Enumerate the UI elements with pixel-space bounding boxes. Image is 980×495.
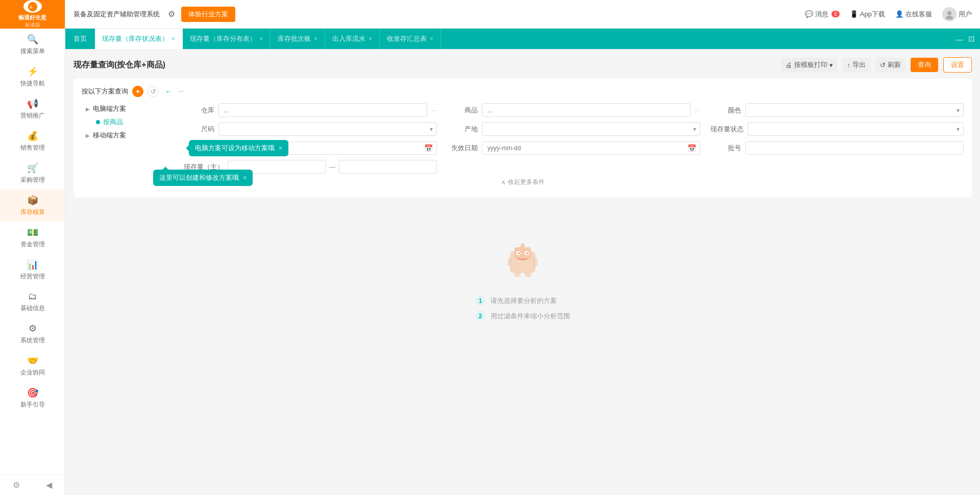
sidebar-item-sales[interactable]: 💰 销售管理 — [0, 125, 65, 157]
warehouse-more-icon[interactable]: ··· — [431, 106, 437, 114]
scheme-computer[interactable]: ▶ 电脑端方案 — [82, 102, 184, 115]
sidebar-item-enterprise[interactable]: 🤝 企业协同 — [0, 350, 65, 382]
tab-inventory-status[interactable]: 现存量（库存状况表） × — [95, 29, 183, 49]
origin-select[interactable] — [482, 122, 700, 136]
export-icon: ↑ — [847, 61, 851, 69]
finance-icon: 💵 — [27, 227, 38, 238]
query-btn[interactable]: 查询 — [911, 58, 938, 72]
svg-text:6: 6 — [30, 4, 32, 9]
batch-no-input[interactable] — [745, 141, 964, 155]
sidebar-item-operations[interactable]: 📊 经营管理 — [0, 254, 65, 286]
sales-icon: 💰 — [27, 130, 38, 142]
window-minimize-icon[interactable]: — — [955, 35, 963, 43]
sidebar-collapse-btn[interactable]: ◀ — [46, 480, 52, 490]
collapse-label: 收起更多条件 — [508, 178, 545, 186]
collapse-arrow-icon: ∧ — [501, 179, 506, 186]
refresh-btn[interactable]: ↺ 刷新 — [875, 58, 905, 72]
stock-status-select[interactable] — [748, 122, 964, 136]
notice-btn[interactable]: 💬 消息 6 — [805, 10, 840, 19]
main-area: 装备及固定资产辅助管理系统 ⚙ 体验行业方案 💬 消息 6 📱 App下载 👤 … — [65, 0, 980, 495]
filter-arrow-btn[interactable]: ← — [163, 86, 174, 97]
filter-add-btn[interactable]: + — [132, 86, 143, 97]
app-download-btn[interactable]: 📱 App下载 — [850, 10, 885, 19]
stock-qty-max[interactable] — [339, 160, 437, 174]
sidebar: 6 畅通好生意 标准版 🔍 搜索菜单 ⚡ 快捷导航 📢 营销推广 💰 销售管理 … — [0, 0, 65, 495]
empty-state: 1 请先选择要分析的方案 2 用过滤条件来缩小分析范围 — [74, 204, 972, 352]
window-maximize-icon[interactable]: ⊡ — [968, 34, 975, 43]
tab-inout-flow[interactable]: 出入库流水 × — [325, 29, 380, 49]
sidebar-item-quick-nav[interactable]: ⚡ 快捷导航 — [0, 61, 65, 93]
scheme-mobile-label: 移动端方案 — [93, 131, 180, 140]
tab-close-icon[interactable]: × — [172, 35, 175, 42]
tooltip1-text: 电脑方案可设为移动方案哦 — [195, 144, 275, 153]
system-name: 装备及固定资产辅助管理系统 — [74, 10, 160, 19]
tab-home[interactable]: 首页 — [65, 29, 95, 49]
scheme-mobile[interactable]: ▶ 移动端方案 — [82, 129, 184, 142]
expire-date-label: 失效日期 — [447, 144, 478, 153]
sidebar-item-search-menu[interactable]: 🔍 搜索菜单 — [0, 29, 65, 61]
settings-page-btn[interactable]: 设置 — [943, 57, 972, 73]
sidebar-item-purchase[interactable]: 🛒 采购管理 — [0, 157, 65, 190]
system-icon: ⚙ — [29, 323, 37, 334]
topbar-settings-icon[interactable]: ⚙ — [168, 9, 175, 19]
operations-icon: 📊 — [27, 259, 38, 270]
sidebar-item-marketing[interactable]: 📢 营销推广 — [0, 93, 65, 125]
export-btn[interactable]: ↑ 导出 — [843, 58, 871, 72]
tooltip1-close[interactable]: × — [279, 145, 282, 152]
produce-date-calendar-icon[interactable]: 📅 — [424, 144, 433, 152]
size-select[interactable] — [218, 122, 437, 136]
sidebar-item-system[interactable]: ⚙ 系统管理 — [0, 318, 65, 350]
warehouse-label: 仓库 — [184, 106, 214, 115]
user-label: 用户 — [959, 10, 972, 19]
origin-select-wrap — [482, 122, 700, 136]
purchase-icon: 🛒 — [27, 162, 38, 174]
expire-date-input[interactable] — [482, 142, 700, 155]
print-icon: 🖨 — [786, 61, 792, 69]
filter-more-icon[interactable]: ··· — [178, 87, 185, 96]
expire-date-wrap: 📅 — [482, 142, 700, 155]
sidebar-item-basic-info[interactable]: 🗂 基础信息 — [0, 286, 65, 318]
svg-point-8 — [518, 252, 520, 254]
filter-row-size: 尺码 — [184, 122, 437, 136]
filter-row-expire-date: 失效日期 📅 — [447, 141, 700, 155]
template-print-btn[interactable]: 🖨 按模板打印 ▾ — [781, 58, 838, 72]
batch-no-input-wrap — [745, 141, 964, 155]
goods-input[interactable] — [482, 103, 691, 117]
tabbar-actions: — ⊡ — [950, 29, 980, 49]
scheme-sub-goods[interactable]: 按商品 — [92, 115, 184, 129]
sidebar-item-inventory[interactable]: 📦 库存核算 — [0, 190, 65, 222]
color-select[interactable] — [745, 103, 964, 117]
tab-close-icon[interactable]: × — [430, 35, 433, 42]
warehouse-input[interactable] — [218, 103, 427, 117]
filter-refresh-btn[interactable]: ↺ — [148, 86, 159, 97]
goods-more-icon[interactable]: ··· — [695, 106, 700, 114]
tab-inventory-batch[interactable]: 库存批次账 × — [271, 29, 325, 49]
tab-close-icon[interactable]: × — [259, 35, 263, 42]
svg-point-0 — [28, 2, 37, 11]
tab-label: 现存量（库存状况表） — [102, 34, 168, 43]
tab-receive-send[interactable]: 收发存汇总表 × — [380, 29, 441, 49]
trial-btn[interactable]: 体验行业方案 — [181, 7, 235, 22]
basic-info-icon: 🗂 — [28, 291, 37, 302]
tab-close-icon[interactable]: × — [314, 35, 317, 42]
tab-inventory-dist[interactable]: 现存量（库存分布表） × — [183, 29, 271, 49]
tab-close-icon[interactable]: × — [369, 35, 372, 42]
svg-point-3 — [946, 16, 953, 19]
tooltip2-text: 这里可以创建和修改方案哦 — [159, 173, 239, 182]
stock-qty-range: — — [228, 160, 437, 174]
filter-row-origin: 产地 — [447, 122, 700, 136]
tabbar: 首页 现存量（库存状况表） × 现存量（库存分布表） × 库存批次账 × 出入库… — [65, 29, 980, 49]
svg-rect-15 — [525, 272, 531, 277]
expire-date-calendar-icon[interactable]: 📅 — [688, 144, 696, 152]
tooltip2-close[interactable]: × — [243, 174, 247, 181]
origin-label: 产地 — [447, 125, 478, 134]
sidebar-settings-btn[interactable]: ⚙ — [13, 480, 20, 490]
sidebar-item-guide[interactable]: 🎯 新手引导 — [0, 382, 65, 414]
range-separator: — — [329, 163, 336, 171]
sidebar-item-finance[interactable]: 💵 资金管理 — [0, 222, 65, 254]
inventory-icon: 📦 — [27, 195, 38, 206]
tree-mobile-expand-icon: ▶ — [86, 133, 90, 138]
online-service-btn[interactable]: 👤 在线客服 — [895, 10, 932, 19]
user-avatar-btn[interactable]: 用户 — [942, 7, 972, 21]
scheme-computer-label: 电脑端方案 — [93, 104, 180, 113]
